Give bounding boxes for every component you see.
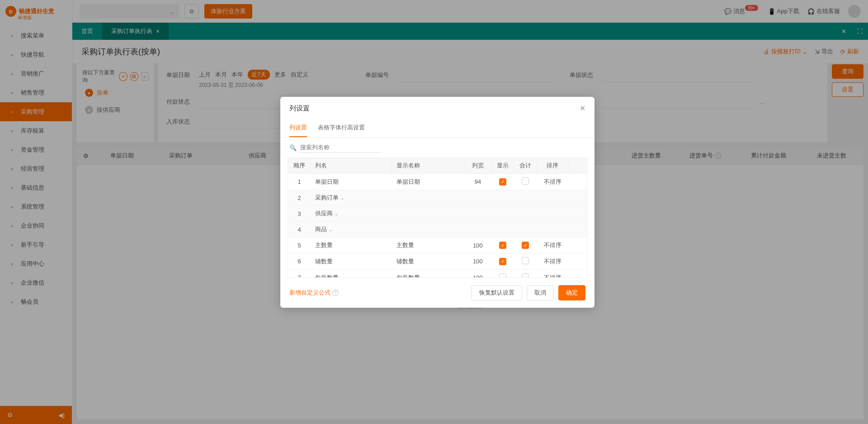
column-search-input[interactable]	[299, 142, 381, 153]
th-seq: 顺序	[288, 158, 311, 173]
sum-checkbox[interactable]	[522, 177, 529, 185]
sum-checkbox[interactable]	[522, 257, 529, 264]
expand-icon[interactable]: ⌄	[335, 211, 338, 216]
modal-close-button[interactable]: ✕	[580, 104, 585, 113]
add-formula-link[interactable]: 新增自定义公式 ?	[289, 289, 339, 297]
reset-button[interactable]: 恢复默认设置	[472, 285, 522, 300]
modal-tab-0[interactable]: 列设置	[289, 120, 307, 137]
th-name: 列名	[311, 158, 392, 173]
expand-icon[interactable]: ⌄	[329, 227, 332, 232]
help-icon[interactable]: ?	[332, 290, 339, 296]
search-icon: 🔍	[289, 144, 297, 151]
th-sum: 合计	[514, 158, 537, 173]
th-sort: 排序	[537, 158, 568, 173]
column-row[interactable]: 7包装数量包装数量100不排序	[288, 270, 587, 278]
th-display: 显示名称	[392, 158, 464, 173]
sum-checkbox[interactable]	[522, 273, 529, 278]
modal-tab-1[interactable]: 表格字体行高设置	[318, 120, 365, 137]
th-show: 显示	[491, 158, 514, 173]
sort-select[interactable]: 不排序	[537, 270, 568, 278]
sort-select[interactable]: 不排序	[537, 254, 568, 269]
sum-checkbox[interactable]: ✓	[522, 242, 529, 249]
sort-select[interactable]: 不排序	[537, 174, 568, 190]
ok-button[interactable]: 确定	[558, 285, 585, 300]
column-row[interactable]: 1单据日期单据日期94✓不排序	[288, 174, 587, 190]
show-checkbox[interactable]: ✓	[499, 242, 506, 249]
expand-icon[interactable]: ⌄	[340, 195, 344, 200]
column-row[interactable]: 2采购订单 ⌄	[288, 190, 587, 206]
column-row[interactable]: 6辅数量辅数量100✓不排序	[288, 253, 587, 270]
sort-select[interactable]: 不排序	[537, 238, 568, 253]
show-checkbox[interactable]: ✓	[499, 178, 506, 186]
column-row[interactable]: 5主数量主数量100✓✓不排序	[288, 238, 587, 253]
column-settings-modal: 列设置 ✕ 列设置表格字体行高设置 🔍 顺序 列名 显示名称 列宽 显示 合计 …	[280, 97, 594, 308]
th-width: 列宽	[464, 158, 491, 173]
show-checkbox[interactable]: ✓	[499, 258, 506, 265]
cancel-button[interactable]: 取消	[527, 285, 554, 300]
show-checkbox[interactable]	[499, 273, 506, 278]
column-row[interactable]: 4商品 ⌄	[288, 222, 587, 238]
modal-title: 列设置	[289, 104, 310, 113]
column-row[interactable]: 3供应商 ⌄	[288, 206, 587, 222]
